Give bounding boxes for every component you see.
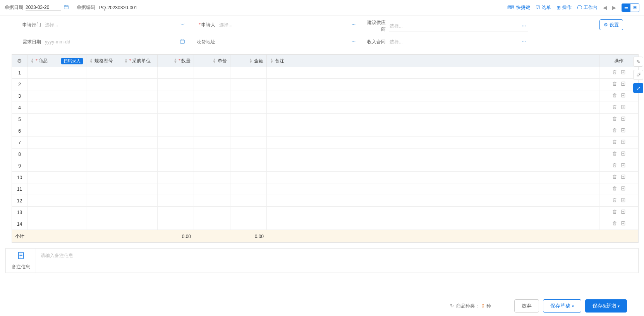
add-row-icon[interactable] xyxy=(620,151,626,157)
delete-row-icon[interactable] xyxy=(612,221,617,227)
table-row[interactable]: 12 xyxy=(12,195,638,207)
contract-input[interactable] xyxy=(389,36,528,47)
cell-product[interactable] xyxy=(27,195,86,206)
save-new-button[interactable]: 保存&新增▾ xyxy=(585,299,627,313)
applicant-input[interactable] xyxy=(218,19,358,30)
prev-arrow[interactable]: ◀ xyxy=(603,5,607,10)
cell-spec[interactable] xyxy=(86,137,121,148)
cell-unit[interactable] xyxy=(121,90,158,102)
cell-amount[interactable] xyxy=(230,67,267,78)
next-arrow[interactable]: ▶ xyxy=(612,5,616,10)
cell-product[interactable] xyxy=(27,218,86,230)
cell-amount[interactable] xyxy=(230,79,267,90)
cell-amount[interactable] xyxy=(230,114,267,125)
cell-unit[interactable] xyxy=(121,172,158,183)
cell-spec[interactable] xyxy=(86,218,121,230)
cell-product[interactable] xyxy=(27,114,86,125)
cell-spec[interactable] xyxy=(86,195,121,206)
cell-remark[interactable] xyxy=(267,79,599,90)
more-icon[interactable]: ··· xyxy=(352,39,355,45)
add-row-icon[interactable] xyxy=(620,174,626,181)
cell-remark[interactable] xyxy=(267,137,599,148)
save-draft-button[interactable]: 保存草稿▾ xyxy=(543,299,581,313)
cell-price[interactable] xyxy=(194,195,230,206)
cell-product[interactable] xyxy=(27,172,86,183)
cell-qty[interactable] xyxy=(158,207,194,218)
th-qty[interactable]: ▲▼数量 xyxy=(158,55,194,67)
view-grid-icon[interactable]: ⊟ xyxy=(630,4,639,12)
more-icon[interactable]: ··· xyxy=(352,22,355,28)
add-row-icon[interactable] xyxy=(620,197,626,204)
cell-product[interactable] xyxy=(27,207,86,218)
cell-product[interactable] xyxy=(27,90,86,102)
table-row[interactable]: 3 xyxy=(12,90,638,102)
cell-product[interactable] xyxy=(27,183,86,195)
add-row-icon[interactable] xyxy=(620,209,626,216)
dept-input[interactable] xyxy=(44,19,187,30)
th-product[interactable]: ▲▼商品扫码录入 xyxy=(27,55,86,67)
cell-price[interactable] xyxy=(194,207,230,218)
calendar-icon[interactable] xyxy=(64,4,69,11)
cell-remark[interactable] xyxy=(267,125,599,136)
cell-amount[interactable] xyxy=(230,102,267,113)
cell-amount[interactable] xyxy=(230,90,267,102)
cell-price[interactable] xyxy=(194,90,230,102)
cell-price[interactable] xyxy=(194,172,230,183)
shortcut-button[interactable]: ⌨快捷键 xyxy=(507,4,530,11)
cell-spec[interactable] xyxy=(86,207,121,218)
settings-button[interactable]: ⚙ 设置 xyxy=(599,19,623,30)
cell-amount[interactable] xyxy=(230,137,267,148)
th-amount[interactable]: ▲▼金额 xyxy=(230,55,267,67)
more-icon[interactable]: ··· xyxy=(522,39,526,45)
cell-price[interactable] xyxy=(194,125,230,136)
table-row[interactable]: 7 xyxy=(12,137,638,149)
cell-spec[interactable] xyxy=(86,149,121,160)
cell-spec[interactable] xyxy=(86,67,121,78)
delete-row-icon[interactable] xyxy=(612,186,617,192)
cell-spec[interactable] xyxy=(86,183,121,195)
view-list-icon[interactable]: ☰ xyxy=(622,4,630,12)
table-row[interactable]: 11 xyxy=(12,183,638,195)
table-row[interactable]: 14 xyxy=(12,218,638,230)
table-row[interactable]: 9 xyxy=(12,160,638,172)
cell-amount[interactable] xyxy=(230,218,267,230)
cell-spec[interactable] xyxy=(86,125,121,136)
cell-price[interactable] xyxy=(194,79,230,90)
cell-price[interactable] xyxy=(194,102,230,113)
th-price[interactable]: ▲▼单价 xyxy=(194,55,230,67)
add-row-icon[interactable] xyxy=(620,116,626,123)
cell-product[interactable] xyxy=(27,125,86,136)
cell-unit[interactable] xyxy=(121,67,158,78)
cell-remark[interactable] xyxy=(267,149,599,160)
supplier-input[interactable] xyxy=(389,21,528,31)
add-row-icon[interactable] xyxy=(620,104,626,111)
delete-row-icon[interactable] xyxy=(612,139,617,146)
cell-remark[interactable] xyxy=(267,172,599,183)
cell-product[interactable] xyxy=(27,79,86,90)
add-row-icon[interactable] xyxy=(620,69,626,76)
cell-remark[interactable] xyxy=(267,195,599,206)
table-row[interactable]: 4 xyxy=(12,102,638,114)
th-spec[interactable]: ▲▼规格型号 xyxy=(86,55,121,67)
cell-spec[interactable] xyxy=(86,172,121,183)
note-input[interactable] xyxy=(36,249,638,273)
cell-qty[interactable] xyxy=(158,79,194,90)
cell-price[interactable] xyxy=(194,218,230,230)
add-row-icon[interactable] xyxy=(620,186,626,192)
delete-row-icon[interactable] xyxy=(612,93,617,99)
cell-unit[interactable] xyxy=(121,160,158,171)
cell-spec[interactable] xyxy=(86,114,121,125)
cell-amount[interactable] xyxy=(230,160,267,171)
cell-unit[interactable] xyxy=(121,114,158,125)
cell-price[interactable] xyxy=(194,67,230,78)
cell-amount[interactable] xyxy=(230,172,267,183)
cell-qty[interactable] xyxy=(158,218,194,230)
table-row[interactable]: 10 xyxy=(12,172,638,183)
rail-draft-icon[interactable]: ✎ xyxy=(633,57,643,67)
delete-row-icon[interactable] xyxy=(612,209,617,216)
note-tab[interactable]: 备注信息 xyxy=(6,249,36,273)
operate-button[interactable]: ⊞操作 xyxy=(556,4,572,11)
cell-qty[interactable] xyxy=(158,102,194,113)
addr-input[interactable] xyxy=(218,36,358,47)
more-icon[interactable]: ··· xyxy=(522,23,526,29)
